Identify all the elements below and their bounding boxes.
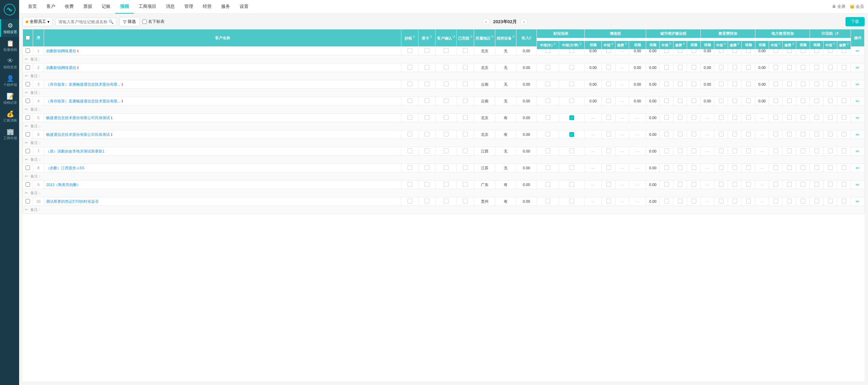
cs-sb-cell[interactable]: [660, 97, 673, 105]
remark-cell[interactable]: ✏ 备注：: [23, 139, 865, 147]
search-input[interactable]: [58, 19, 107, 24]
zs-jf-cell[interactable]: —: [615, 130, 629, 139]
remark-cell[interactable]: ✏ 备注：: [23, 122, 865, 130]
zs-sb-cell[interactable]: [602, 97, 615, 105]
yh-sb-cell[interactable]: [824, 114, 837, 122]
cb-yue-cell[interactable]: [559, 97, 585, 105]
huaka-cell[interactable]: [418, 63, 436, 72]
edit-icon[interactable]: ✏: [856, 65, 859, 70]
chaoshui-cell[interactable]: [401, 97, 418, 105]
yh-sb-cell[interactable]: [824, 147, 837, 156]
edit-icon[interactable]: ✏: [856, 182, 859, 187]
edit-icon[interactable]: ✏: [856, 132, 859, 137]
row-checkbox[interactable]: [26, 65, 30, 70]
df-jf-cell[interactable]: [783, 97, 796, 105]
queren-cell[interactable]: [436, 164, 457, 172]
subh-cb-nian[interactable]: 申报(年)▽: [537, 41, 559, 49]
nav-item-jizh[interactable]: 记账: [97, 0, 115, 14]
df-jf-cell[interactable]: [783, 80, 796, 89]
cs-jf-cell[interactable]: [673, 164, 687, 172]
cs-jf-cell[interactable]: [673, 147, 687, 156]
remark-cell[interactable]: ✏ 备注：: [23, 55, 865, 63]
zs-sb-cell[interactable]: [602, 164, 615, 172]
df-jf-cell[interactable]: [783, 114, 796, 122]
subh-cb-yue[interactable]: 申报(月/季)▽: [559, 41, 585, 49]
cb-nian-cell[interactable]: [537, 80, 559, 89]
jy-sb-cell[interactable]: [714, 80, 728, 89]
huaka-cell[interactable]: [418, 181, 436, 189]
cb-nian-cell[interactable]: [537, 114, 559, 122]
yh-sb-cell[interactable]: [824, 164, 837, 172]
sidebar-item-geren-shenbao[interactable]: 👤 个税申报: [0, 72, 19, 90]
download-button[interactable]: 下载: [845, 17, 865, 26]
jy-jf-cell[interactable]: [728, 130, 742, 139]
zs-jf-cell[interactable]: —: [615, 164, 629, 172]
subh-yh-sb[interactable]: 申报▽: [824, 41, 837, 49]
jy-jf-cell[interactable]: [728, 114, 742, 122]
yh-sb-cell[interactable]: [824, 197, 837, 206]
sidebar-item-gongshang-nianb[interactable]: 🏢 工商年报: [0, 125, 19, 143]
zs-jf-cell[interactable]: —: [615, 147, 629, 156]
edit-action[interactable]: ✏: [851, 164, 865, 172]
yibao-cell[interactable]: [457, 114, 474, 122]
queren-cell[interactable]: [436, 114, 457, 122]
next-month-button[interactable]: ›: [520, 18, 528, 26]
nav-item-guanli[interactable]: 管理: [180, 0, 198, 14]
jy-jf-cell[interactable]: [728, 63, 742, 72]
customer-name[interactable]: 勿删新锐网络通信ℹ: [44, 63, 401, 72]
search-icon[interactable]: 🔍: [109, 19, 114, 24]
customer-name[interactable]: 测试斯赛的凭证打印的时候是否: [44, 197, 401, 206]
edit-icon[interactable]: ✏: [856, 82, 859, 87]
subh-zs-jf[interactable]: 缴费▽: [615, 41, 629, 49]
remark-cell[interactable]: ✏ 备注：: [23, 189, 865, 197]
row-checkbox[interactable]: [26, 166, 30, 170]
yh-jf-cell[interactable]: [837, 181, 851, 189]
col-header-suoshu[interactable]: 所属地区▽: [474, 29, 495, 47]
subh-jy-sb[interactable]: 申报▽: [714, 41, 728, 49]
remark-cell[interactable]: ✏ 备注：: [23, 89, 865, 97]
nav-item-kehu[interactable]: 客户: [42, 0, 60, 14]
zs-sb-cell[interactable]: [602, 181, 615, 189]
subh-yh-jf[interactable]: 缴费▽: [837, 41, 851, 49]
cs-sb-cell[interactable]: [660, 147, 673, 156]
zs-jf-cell[interactable]: —: [615, 97, 629, 105]
chaoshui-cell[interactable]: [401, 130, 418, 139]
customer-name[interactable]: 畅捷通信息技术股份有限公司民珠测试ℹ: [44, 130, 401, 139]
yh-jf-cell[interactable]: [837, 114, 851, 122]
chaoshui-cell[interactable]: [401, 164, 418, 172]
zs-jf-cell[interactable]: —: [615, 114, 629, 122]
cb-yue-cell[interactable]: ✓: [559, 130, 585, 139]
queren-cell[interactable]: [436, 80, 457, 89]
nav-item-fuwu[interactable]: 服务: [216, 0, 235, 14]
sidebar-item-baoshui-shezhi[interactable]: ⚙ 报税设置: [0, 19, 19, 37]
edit-icon[interactable]: ✏: [856, 115, 859, 120]
subh-df-jf[interactable]: 缴费▽: [783, 41, 796, 49]
sidebar-item-baoshui-jilu[interactable]: 📝 报税记录: [0, 90, 19, 108]
zs-sb-cell[interactable]: [602, 130, 615, 139]
df-sb-cell[interactable]: [769, 181, 783, 189]
edit-action[interactable]: ✏: [851, 47, 865, 55]
cs-jf-cell[interactable]: [673, 114, 687, 122]
row-select-cb[interactable]: [23, 47, 33, 55]
edit-icon[interactable]: ✏: [856, 166, 859, 171]
customer-name[interactable]: （原）误删勿改李艳牙测试斯赛新1: [44, 147, 401, 156]
row-checkbox[interactable]: [26, 149, 30, 153]
yh-jf-cell[interactable]: [837, 130, 851, 139]
cs-sb-cell[interactable]: [660, 114, 673, 122]
cs-jf-cell[interactable]: [673, 130, 687, 139]
zs-sb-cell[interactable]: [602, 147, 615, 156]
col-header-shukong[interactable]: 税控设备▽: [495, 29, 516, 47]
customer-name[interactable]: （库存核算）直播畅捷通信息技术股份有限...ℹ: [44, 97, 401, 105]
chaoshui-cell[interactable]: [401, 63, 418, 72]
edit-icon[interactable]: ✏: [856, 149, 859, 154]
sidebar-item-baoshui-lanlan[interactable]: 👁 报税览览: [0, 55, 19, 72]
cb-yue-cell[interactable]: [559, 63, 585, 72]
queren-cell[interactable]: [436, 63, 457, 72]
remark-cell[interactable]: ✏ 备注：: [23, 156, 865, 164]
jy-jf-cell[interactable]: [728, 197, 742, 206]
jy-jf-cell[interactable]: [728, 80, 742, 89]
jy-sb-cell[interactable]: [714, 181, 728, 189]
edit-action[interactable]: ✏: [851, 197, 865, 206]
queren-cell[interactable]: [436, 197, 457, 206]
row-checkbox[interactable]: [26, 82, 30, 86]
